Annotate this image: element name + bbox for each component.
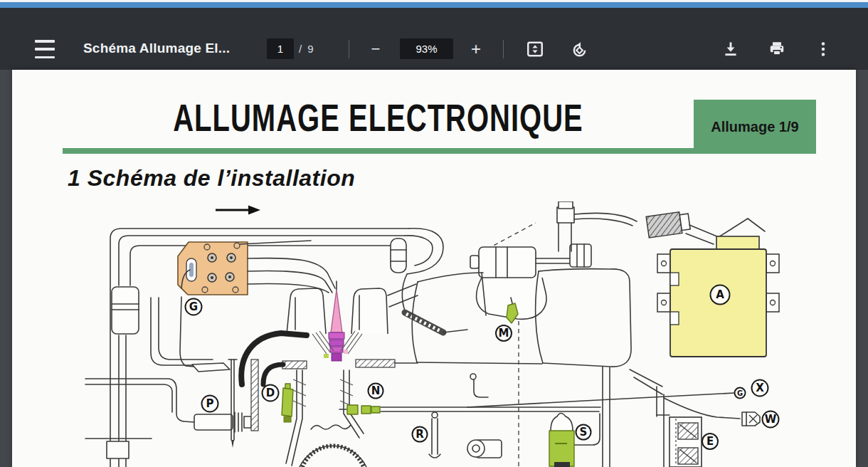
sensor-s — [549, 414, 574, 467]
window-accent-strip — [0, 2, 868, 8]
ht-leads — [248, 258, 335, 293]
label-G: G — [186, 299, 202, 315]
svg-text:X: X — [756, 382, 764, 394]
connector-w-plug — [742, 412, 760, 426]
label-g-small: G — [735, 388, 746, 399]
distributor-assembly — [470, 223, 591, 319]
svg-text:S: S — [580, 426, 588, 439]
svg-text:A: A — [716, 288, 724, 301]
label-N: N — [369, 384, 383, 399]
zoom-in-button[interactable]: + — [465, 38, 487, 61]
section-heading: 1 Schéma de l’installation — [68, 165, 355, 191]
starter-motor — [467, 374, 502, 458]
fit-to-page-button[interactable] — [523, 37, 547, 61]
sensor-r-bracket — [429, 412, 440, 458]
pdf-viewport: ALLUMAGE ELECTRONIQUE Allumage 1/9 1 Sch… — [0, 70, 868, 467]
label-A: A — [711, 285, 730, 305]
pressure-sensor — [194, 412, 251, 432]
rocker-rail — [356, 360, 395, 367]
label-M: M — [496, 325, 512, 341]
cylinder-and-flywheel — [286, 370, 366, 467]
download-icon — [721, 40, 740, 58]
document-title: Schéma Allumage El... — [83, 41, 268, 56]
menu-icon[interactable] — [33, 38, 57, 60]
pdf-toolbar: Schéma Allumage El... 1 / 9 − 93% + — [0, 8, 868, 70]
sensor-n-connector — [347, 405, 380, 414]
page-title: ALLUMAGE ELECTRONIQUE — [63, 97, 694, 139]
toolbar-separator — [503, 40, 504, 58]
svg-text:G: G — [189, 300, 198, 313]
page-number-input[interactable]: 1 — [267, 38, 294, 59]
air-hose-assembly — [391, 229, 467, 332]
print-button[interactable] — [765, 37, 789, 61]
svg-text:M: M — [499, 327, 509, 340]
zoom-out-button[interactable]: − — [364, 38, 387, 61]
svg-text:G: G — [737, 389, 743, 397]
label-S: S — [576, 425, 591, 440]
valve-cover-domes — [287, 284, 418, 334]
pdf-page: ALLUMAGE ELECTRONIQUE Allumage 1/9 1 Sch… — [12, 70, 856, 467]
timing-belt-strip — [251, 360, 258, 431]
more-options-icon — [814, 40, 832, 58]
svg-text:R: R — [416, 428, 424, 441]
ignition-schematic-diagram: G M A P D N R S E X W G — [83, 201, 856, 467]
print-icon — [768, 40, 786, 58]
page-count: / 9 — [299, 43, 315, 55]
label-W: W — [763, 411, 779, 428]
label-D: D — [263, 385, 279, 402]
sensor-d — [282, 384, 293, 422]
title-underline — [63, 148, 694, 154]
more-options-button[interactable] — [811, 37, 835, 61]
label-P: P — [202, 396, 218, 412]
label-E: E — [702, 434, 718, 449]
svg-text:W: W — [765, 413, 777, 426]
rotate-counterclockwise-icon — [570, 40, 589, 59]
condenser-component — [112, 287, 139, 334]
zoom-level-input[interactable]: 93% — [400, 38, 453, 59]
label-R: R — [413, 427, 428, 442]
svg-text:P: P — [206, 397, 214, 410]
svg-text:N: N — [371, 384, 381, 397]
chapter-badge: Allumage 1/9 — [694, 100, 816, 154]
dipstick — [228, 360, 237, 448]
fit-to-page-icon — [526, 40, 544, 58]
label-X: X — [752, 380, 768, 397]
svg-text:E: E — [706, 435, 714, 448]
rotate-button[interactable] — [567, 37, 591, 61]
bottom-left-fitting — [107, 441, 129, 458]
toolbar-separator — [349, 40, 349, 58]
rocker-rail — [282, 361, 307, 369]
direction-arrow-icon — [216, 206, 260, 215]
svg-text:D: D — [266, 387, 275, 399]
relay-block — [669, 417, 702, 467]
download-button[interactable] — [719, 37, 743, 61]
